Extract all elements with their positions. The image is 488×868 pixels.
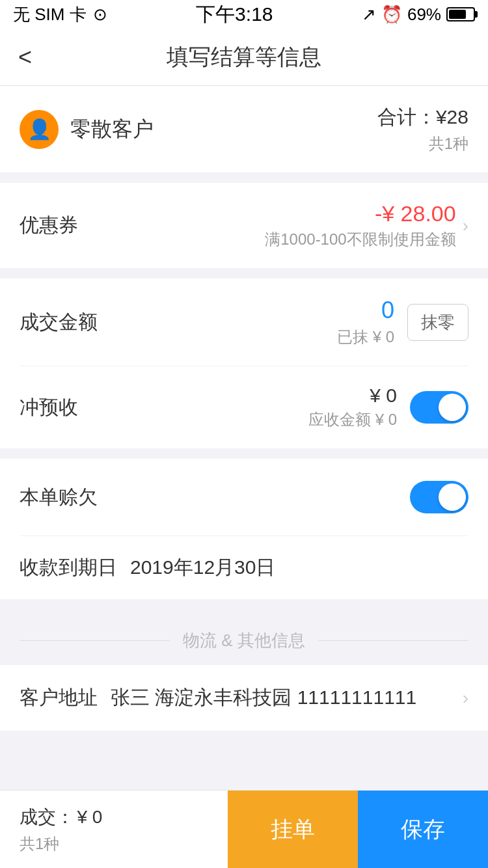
avatar-icon: 👤 [27,118,51,141]
save-button[interactable]: 保存 [358,791,488,868]
coupon-section[interactable]: 优惠券 -¥ 28.00 满1000-100不限制使用金额 › [0,183,488,268]
logistics-header-row: 物流 & 其他信息 [20,629,468,652]
transaction-value-block: 0 已抹 ¥ 0 [337,297,394,347]
address-label: 客户地址 [20,685,98,711]
debt-label: 本单赊欠 [20,484,98,511]
transaction-label: 成交金额 [20,309,98,336]
total-amount: 合计：¥28 [377,104,468,131]
debt-row: 本单赊欠 [20,459,468,536]
prereceive-label: 冲预收 [20,394,78,421]
due-date-label: 收款到期日 [20,554,117,581]
debt-toggle-thumb [439,483,466,511]
nav-bar: < 填写结算等信息 [0,29,488,86]
prereceive-value: ¥ 0 [308,385,397,407]
address-row[interactable]: 客户地址 张三 海淀永丰科技园 11111111111 › [20,665,468,731]
round-zero-button[interactable]: 抹零 [407,304,468,341]
battery-percent: 69% [407,5,441,25]
prereceive-value-block: ¥ 0 应收金额 ¥ 0 [308,385,397,430]
bottom-info: 成交： ¥ 0 共1种 [0,805,228,854]
coupon-details: -¥ 28.00 满1000-100不限制使用金额 [265,201,455,250]
transaction-sub: 已抹 ¥ 0 [337,327,394,347]
bottom-transaction-label: 成交： [20,807,74,827]
coupon-discount: -¥ 28.00 [265,201,455,226]
total-count: 共1种 [377,133,468,154]
prereceive-right: ¥ 0 应收金额 ¥ 0 [308,385,468,430]
carrier-text: 无 SIM 卡 [13,3,87,26]
hang-button[interactable]: 挂单 [228,791,358,868]
transaction-value: 0 [337,297,394,324]
bottom-bar: 成交： ¥ 0 共1种 挂单 保存 [0,790,488,868]
transaction-right: 0 已抹 ¥ 0 抹零 [337,297,468,347]
wifi-icon: ⊙ [93,5,107,25]
bottom-buttons: 挂单 保存 [228,791,488,868]
coupon-label: 优惠券 [20,212,78,239]
battery-icon [446,7,475,21]
status-bar: 无 SIM 卡 ⊙ 下午3:18 ↗ ⏰ 69% [0,0,488,29]
alarm-icon: ⏰ [381,5,402,25]
address-chevron-icon: › [463,688,468,709]
chevron-right-icon: › [463,215,468,236]
logistics-divider: 物流 & 其他信息 [0,610,488,658]
customer-right: 合计：¥28 共1种 [377,104,468,154]
debt-section: 本单赊欠 收款到期日 2019年12月30日 [0,459,488,599]
bottom-transaction-value: ¥ 0 [77,807,102,827]
customer-name: 零散客户 [70,115,154,144]
address-section[interactable]: 客户地址 张三 海淀永丰科技园 11111111111 › [0,665,488,731]
avatar: 👤 [20,110,59,149]
due-date-row: 收款到期日 2019年12月30日 [20,536,468,599]
transaction-row: 成交金额 0 已抹 ¥ 0 抹零 [20,278,468,366]
customer-section: 👤 零散客户 合计：¥28 共1种 [0,86,488,172]
logistics-label: 物流 & 其他信息 [183,629,305,652]
transaction-section: 成交金额 0 已抹 ¥ 0 抹零 冲预收 ¥ 0 应收金额 ¥ 0 [0,278,488,448]
prereceive-toggle[interactable] [410,391,468,424]
location-icon: ↗ [362,5,376,25]
status-time: 下午3:18 [196,1,273,28]
status-right: ↗ ⏰ 69% [362,5,475,25]
page-title: 填写结算等信息 [167,42,321,72]
divider-line-left [20,640,170,641]
bottom-transaction-row: 成交： ¥ 0 [20,805,208,830]
debt-toggle[interactable] [410,481,468,513]
address-value: 张三 海淀永丰科技园 11111111111 [111,685,463,711]
divider-line-right [318,640,468,641]
coupon-right: -¥ 28.00 满1000-100不限制使用金额 › [265,201,468,250]
prereceive-row: 冲预收 ¥ 0 应收金额 ¥ 0 [20,366,468,448]
prereceive-sub: 应收金额 ¥ 0 [308,409,397,430]
coupon-desc: 满1000-100不限制使用金额 [265,229,455,250]
due-date-value: 2019年12月30日 [130,554,275,581]
toggle-thumb [439,394,466,421]
status-left: 无 SIM 卡 ⊙ [13,3,107,26]
bottom-count: 共1种 [20,834,208,854]
back-button[interactable]: < [18,44,32,71]
customer-left: 👤 零散客户 [20,110,154,149]
